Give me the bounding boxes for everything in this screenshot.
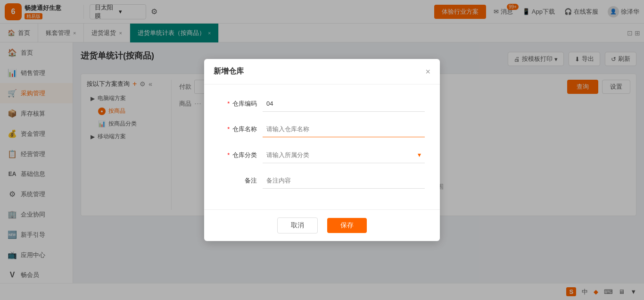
- warehouse-category-row: * 仓库分类 ▾: [219, 147, 425, 163]
- modal-title: 新增仓库: [214, 67, 244, 76]
- required-star-3: *: [227, 151, 230, 158]
- remark-label: 备注: [219, 176, 257, 185]
- cancel-button[interactable]: 取消: [277, 217, 318, 233]
- required-star-2: *: [227, 125, 230, 133]
- warehouse-name-label: * 仓库名称: [219, 125, 257, 133]
- warehouse-code-input[interactable]: [263, 96, 425, 112]
- remark-input[interactable]: [263, 173, 425, 189]
- modal-footer: 取消 保存: [204, 209, 440, 241]
- warehouse-code-label: * 仓库编码: [219, 100, 257, 108]
- new-warehouse-modal: 新增仓库 × * 仓库编码 * 仓库名称: [204, 59, 440, 241]
- warehouse-category-label: * 仓库分类: [219, 151, 257, 159]
- modal-body: * 仓库编码 * 仓库名称 * 仓库分类: [204, 84, 440, 209]
- category-dropdown-icon: ▾: [418, 151, 421, 158]
- warehouse-category-select-wrap[interactable]: ▾: [263, 147, 425, 163]
- modal-close-icon[interactable]: ×: [425, 67, 430, 76]
- modal-overlay: 新增仓库 × * 仓库编码 * 仓库名称: [0, 0, 644, 300]
- modal-header: 新增仓库 ×: [204, 59, 440, 84]
- warehouse-name-row: * 仓库名称: [219, 121, 425, 137]
- remark-row: 备注: [219, 173, 425, 189]
- save-button[interactable]: 保存: [327, 218, 367, 233]
- required-star-1: *: [227, 100, 230, 107]
- warehouse-code-row: * 仓库编码: [219, 96, 425, 112]
- warehouse-category-input[interactable]: [263, 147, 425, 163]
- warehouse-name-input[interactable]: [263, 121, 425, 137]
